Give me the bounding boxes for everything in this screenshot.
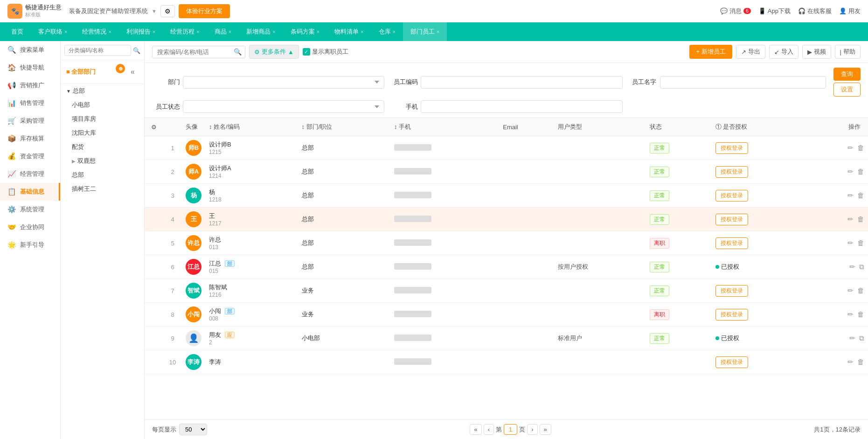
copy-icon[interactable]: ⧉	[859, 263, 864, 271]
edit-icon[interactable]: ✏	[847, 286, 854, 295]
edit-icon[interactable]: ✏	[847, 310, 854, 319]
sidebar-item-finance[interactable]: 💰 资金管理	[0, 147, 60, 165]
dept-item-xiaodian[interactable]: 小电部	[61, 98, 144, 112]
help-button[interactable]: | 帮助	[835, 45, 861, 59]
edit-icon[interactable]: ✏	[847, 239, 854, 247]
auth-button[interactable]: 授权登录	[715, 190, 748, 202]
delete-icon[interactable]: 🗑	[857, 310, 864, 319]
system-dropdown-icon[interactable]: ▼	[152, 8, 157, 14]
copy-icon[interactable]: ⧉	[859, 334, 864, 342]
message-btn[interactable]: 💬 消息 6	[720, 7, 751, 15]
sidebar-item-system[interactable]: ⚙️ 系统管理	[0, 201, 60, 218]
delete-icon[interactable]: 🗑	[857, 191, 864, 200]
tab-profit[interactable]: 利润报告 ×	[119, 22, 163, 41]
next-page-button[interactable]: ›	[527, 424, 537, 435]
sidebar-item-sales[interactable]: 📊 销售管理	[0, 94, 60, 112]
filter-phone-input[interactable]	[421, 100, 622, 113]
reset-button[interactable]: 设置	[833, 83, 861, 97]
per-page-select[interactable]: 50 100 200	[179, 424, 207, 435]
col-name[interactable]: ↕ 姓名/编码	[205, 118, 298, 136]
sidebar-item-manage[interactable]: 📈 经营管理	[0, 165, 60, 183]
collapse-button[interactable]: «	[127, 64, 139, 80]
dept-item-zongbu[interactable]: 总部	[61, 168, 144, 182]
sidebar-item-inventory[interactable]: 📦 库存核算	[0, 130, 60, 147]
tab-bom[interactable]: 物料清单 ×	[327, 22, 371, 41]
dept-add-icon[interactable]: ⊕	[116, 64, 125, 73]
col-phone[interactable]: ↕ 手机	[390, 118, 499, 136]
query-button[interactable]: 查询	[833, 68, 861, 81]
add-employee-button[interactable]: + 新增员工	[689, 45, 732, 59]
col-gear[interactable]: ⚙	[145, 118, 163, 136]
close-icon[interactable]: ×	[437, 22, 439, 41]
view-button[interactable]: ▶ 视频	[802, 45, 831, 59]
edit-icon[interactable]: ✏	[847, 167, 854, 176]
auth-button[interactable]: 授权登录	[715, 142, 748, 154]
close-icon[interactable]: ×	[153, 22, 155, 41]
sidebar-item-search[interactable]: 🔍 搜索菜单	[0, 41, 60, 59]
prev-page-button[interactable]: ‹	[484, 424, 494, 435]
tab-home[interactable]: 首页	[4, 22, 31, 41]
sidebar-item-basic[interactable]: 📋 基础信息	[0, 183, 60, 201]
filter-code-input[interactable]	[421, 76, 622, 89]
online-service-btn[interactable]: 🎧 在线客服	[798, 7, 832, 15]
close-icon[interactable]: ×	[229, 22, 231, 41]
delete-icon[interactable]: 🗑	[857, 358, 864, 366]
more-filter-button[interactable]: ⚙ 更多条件 ▲	[249, 45, 299, 59]
delete-icon[interactable]: 🗑	[857, 286, 864, 295]
dept-item-shuanglu[interactable]: ▶ 双鹿想	[61, 154, 144, 168]
filter-status-select[interactable]	[183, 100, 384, 113]
sidebar-item-nav[interactable]: 🏠 快捷导航	[0, 59, 60, 77]
tab-history[interactable]: 经营历程 ×	[163, 22, 207, 41]
dept-group-head[interactable]: ▼ 总部	[61, 84, 144, 98]
trial-button[interactable]: 体验行业方案	[179, 4, 230, 18]
tab-warehouse[interactable]: 仓库 ×	[371, 22, 403, 41]
edit-icon[interactable]: ✏	[847, 191, 854, 200]
edit-icon[interactable]: ✏	[847, 215, 854, 223]
dept-item-delivery[interactable]: 配货	[61, 140, 144, 154]
sidebar-item-marketing[interactable]: 📢 营销推广	[0, 77, 60, 94]
sidebar-item-guide[interactable]: 🌟 新手引导	[0, 236, 60, 254]
close-icon[interactable]: ×	[272, 22, 275, 41]
delete-icon[interactable]: 🗑	[857, 167, 864, 176]
dept-item-chushu[interactable]: 插树王二	[61, 182, 144, 196]
sidebar-item-collab[interactable]: 🤝 企业协同	[0, 218, 60, 236]
show-resigned-label[interactable]: ✓ 显示离职员工	[303, 48, 348, 56]
auth-button[interactable]: 授权登录	[715, 166, 748, 178]
dept-item-project[interactable]: 项目库房	[61, 112, 144, 126]
tab-customer[interactable]: 客户联络 ×	[31, 22, 75, 41]
close-icon[interactable]: ×	[64, 22, 67, 41]
delete-icon[interactable]: 🗑	[857, 239, 864, 247]
search-input[interactable]	[152, 46, 245, 58]
edit-icon[interactable]: ✏	[847, 144, 854, 152]
tab-operation[interactable]: 经营情况 ×	[75, 22, 118, 41]
tab-barcode[interactable]: 条码方案 ×	[283, 22, 327, 41]
close-icon[interactable]: ×	[361, 22, 363, 41]
tab-new-goods[interactable]: 新增商品 ×	[239, 22, 283, 41]
app-download-btn[interactable]: 📱 App下载	[758, 7, 791, 15]
close-icon[interactable]: ×	[317, 22, 319, 41]
first-page-button[interactable]: «	[470, 424, 481, 435]
tab-goods[interactable]: 商品 ×	[207, 22, 239, 41]
dept-item-shenyang[interactable]: 沈阳大库	[61, 126, 144, 140]
import-button[interactable]: ↙ 导入	[769, 45, 799, 59]
close-icon[interactable]: ×	[196, 22, 199, 41]
close-icon[interactable]: ×	[108, 22, 111, 41]
close-icon[interactable]: ×	[393, 22, 396, 41]
filter-dept-select[interactable]	[183, 76, 384, 89]
settings-button[interactable]: ⚙	[160, 5, 175, 17]
tab-department[interactable]: 部门员工 ×	[403, 22, 447, 41]
auth-button[interactable]: 授权登录	[715, 237, 748, 249]
edit-icon[interactable]: ✏	[847, 358, 854, 366]
auth-button[interactable]: 授权登录	[715, 356, 748, 368]
edit-icon[interactable]: ✏	[849, 334, 855, 342]
last-page-button[interactable]: »	[540, 424, 551, 435]
export-button[interactable]: ↗ 导出	[736, 45, 765, 59]
col-dept[interactable]: ↕ 部门/职位	[298, 118, 391, 136]
auth-button[interactable]: 授权登录	[715, 285, 748, 297]
delete-icon[interactable]: 🗑	[857, 215, 864, 223]
filter-name-input[interactable]	[660, 76, 826, 89]
show-resigned-checkbox[interactable]: ✓	[303, 48, 310, 56]
auth-button[interactable]: 授权登录	[715, 309, 748, 321]
user-area[interactable]: 👤 用友	[839, 7, 861, 15]
edit-icon[interactable]: ✏	[849, 263, 855, 271]
